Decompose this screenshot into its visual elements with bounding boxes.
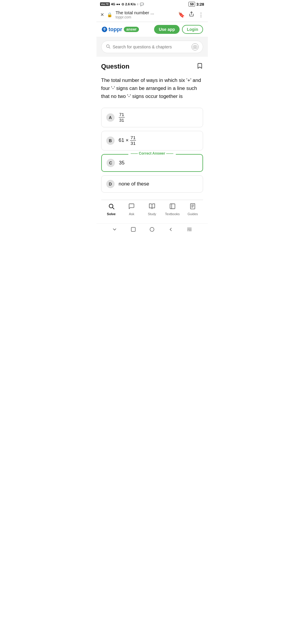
brand-logo: toppr bbox=[101, 26, 122, 33]
page-title: The total number ... bbox=[115, 10, 175, 15]
login-button[interactable]: Login bbox=[182, 25, 203, 34]
share-button[interactable] bbox=[189, 11, 194, 18]
nav-menu-button[interactable] bbox=[187, 227, 192, 234]
volte-badge: VoLTE bbox=[100, 2, 110, 6]
svg-line-6 bbox=[113, 207, 114, 209]
tab-textbooks-label: Textbooks bbox=[165, 212, 180, 216]
battery-indicator: 59 bbox=[189, 2, 195, 7]
camera-search-icon[interactable] bbox=[191, 43, 199, 50]
status-right: 59 3:28 bbox=[189, 2, 204, 7]
textbooks-icon bbox=[169, 203, 176, 211]
nav-buttons: Use app Login bbox=[154, 25, 203, 34]
svg-rect-7 bbox=[170, 204, 175, 209]
svg-rect-13 bbox=[131, 227, 135, 231]
nav-back-button[interactable] bbox=[168, 227, 173, 234]
search-input[interactable] bbox=[113, 45, 189, 49]
use-app-button[interactable]: Use app bbox=[154, 25, 180, 34]
android-nav-bar bbox=[96, 223, 208, 237]
option-c[interactable]: Correct Answer C 35 bbox=[101, 154, 203, 172]
hotspot-icon: ⊙ bbox=[121, 2, 124, 6]
bookmark-button[interactable]: 🔖 bbox=[178, 12, 185, 18]
data-speed: 2.6 K/s bbox=[125, 2, 136, 6]
option-a[interactable]: A 71 31 bbox=[101, 108, 203, 127]
browser-actions: 🔖 ⋮ bbox=[178, 11, 204, 18]
options-container: A 71 31 B 61 × 71 31 Correct Answer C bbox=[101, 108, 203, 193]
tab-ask-label: Ask bbox=[129, 212, 134, 216]
ask-icon bbox=[128, 203, 135, 211]
status-bar: VoLTE 4G ●● ⊙ 2.6 K/s ↑ 💬 59 3:28 bbox=[96, 0, 208, 8]
tab-solve[interactable]: Solve bbox=[101, 203, 122, 216]
brand-name-text: toppr bbox=[109, 26, 122, 33]
tab-study-label: Study bbox=[148, 212, 156, 216]
tab-ask[interactable]: Ask bbox=[121, 203, 142, 216]
tab-guides[interactable]: Guides bbox=[183, 203, 203, 216]
option-b-content: 61 × 71 31 bbox=[119, 135, 136, 146]
tab-solve-label: Solve bbox=[107, 212, 115, 216]
signal-strength: 4G ●● bbox=[111, 2, 120, 6]
question-text: The total number of ways in which six '+… bbox=[101, 76, 203, 101]
time-display: 3:28 bbox=[196, 2, 204, 7]
svg-line-3 bbox=[109, 47, 110, 48]
option-b-label: B bbox=[106, 137, 115, 145]
notification-icon: 💬 bbox=[140, 2, 144, 6]
page-url: toppr.com bbox=[115, 15, 175, 19]
arrow-up-icon: ↑ bbox=[137, 2, 139, 6]
option-a-label: A bbox=[106, 113, 115, 122]
browser-bar: × 🔒 The total number ... toppr.com 🔖 ⋮ bbox=[96, 8, 208, 22]
answr-badge: answr bbox=[124, 27, 139, 32]
svg-point-4 bbox=[194, 46, 196, 48]
option-c-content: 35 bbox=[119, 160, 125, 166]
nav-down-button[interactable] bbox=[112, 227, 117, 234]
fraction-b: 71 31 bbox=[130, 135, 136, 146]
search-icon bbox=[106, 44, 110, 50]
question-section-label: Question bbox=[101, 63, 129, 70]
option-d-content: none of these bbox=[119, 181, 149, 187]
status-left: VoLTE 4G ●● ⊙ 2.6 K/s ↑ 💬 bbox=[100, 2, 144, 6]
option-c-label: C bbox=[107, 159, 115, 167]
nav-home-button[interactable] bbox=[149, 227, 155, 234]
question-bookmark-icon[interactable] bbox=[197, 63, 203, 71]
option-d[interactable]: D none of these bbox=[101, 175, 203, 193]
option-b[interactable]: B 61 × 71 31 bbox=[101, 131, 203, 150]
search-bar-container bbox=[96, 37, 208, 57]
svg-point-14 bbox=[150, 227, 154, 231]
nav-recent-button[interactable] bbox=[131, 227, 136, 234]
toppr-logo-icon bbox=[101, 26, 108, 33]
fraction-a: 71 31 bbox=[119, 112, 125, 123]
option-d-label: D bbox=[106, 180, 115, 188]
option-b-prefix: 61 × bbox=[119, 137, 130, 143]
tab-bar: Solve Ask Study bbox=[101, 200, 203, 218]
tab-guides-label: Guides bbox=[188, 212, 198, 216]
close-tab-button[interactable]: × bbox=[101, 11, 104, 18]
more-menu-button[interactable]: ⋮ bbox=[198, 12, 204, 18]
study-icon bbox=[149, 203, 155, 211]
correct-answer-label: Correct Answer bbox=[128, 151, 176, 156]
tab-textbooks[interactable]: Textbooks bbox=[162, 203, 183, 216]
tab-study[interactable]: Study bbox=[142, 203, 162, 216]
browser-title-area: The total number ... toppr.com bbox=[115, 10, 175, 19]
svg-point-1 bbox=[104, 29, 105, 31]
question-header: Question bbox=[101, 63, 203, 71]
top-nav: toppr answr Use app Login bbox=[96, 22, 208, 37]
solve-icon bbox=[108, 203, 115, 211]
search-bar[interactable] bbox=[101, 41, 203, 53]
guides-icon bbox=[189, 203, 196, 211]
option-a-content: 71 31 bbox=[119, 112, 125, 123]
main-content: Question The total number of ways in whi… bbox=[96, 57, 208, 223]
lock-icon: 🔒 bbox=[107, 12, 113, 18]
brand-area: toppr answr bbox=[101, 26, 139, 33]
